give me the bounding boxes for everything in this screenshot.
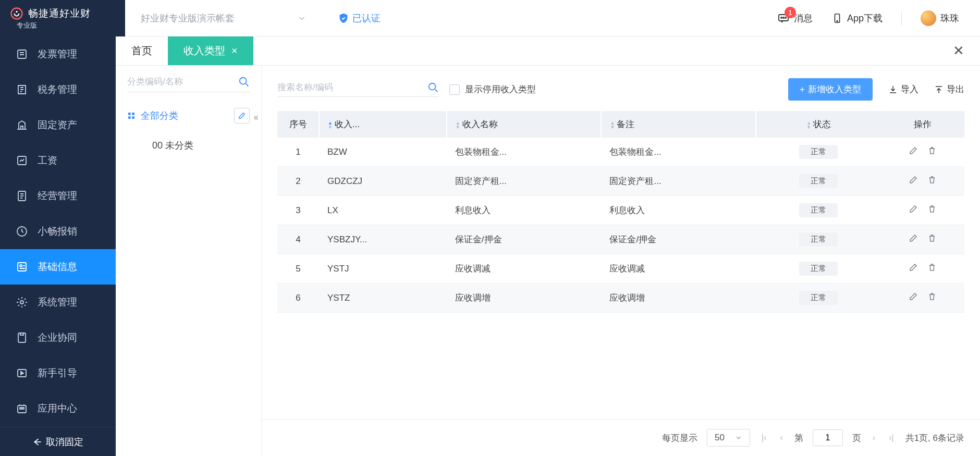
sidebar-item-5[interactable]: 小畅报销: [0, 214, 116, 249]
svg-point-25: [429, 83, 436, 90]
messages-label: 消息: [794, 12, 813, 24]
app-download-label: App下载: [847, 12, 883, 24]
sidebar-item-8[interactable]: 企业协同: [0, 320, 116, 355]
cell-remark: 利息收入: [601, 196, 756, 225]
edit-row-button[interactable]: [909, 233, 918, 243]
page-prefix: 第: [794, 432, 803, 444]
app-download-button[interactable]: App下载: [831, 12, 883, 24]
sidebar-item-0[interactable]: 发票管理: [0, 36, 116, 72]
cell-code: LX: [319, 196, 447, 225]
tab-home[interactable]: 首页: [116, 36, 168, 65]
col-remark[interactable]: ▲▼备注: [601, 111, 756, 138]
svg-point-0: [11, 8, 22, 19]
sidebar-item-label: 应用中心: [38, 402, 77, 415]
category-search[interactable]: [127, 76, 250, 92]
edit-row-button[interactable]: [909, 175, 918, 184]
sidebar: 发票管理税务管理固定资产工资经营管理小畅报销基础信息系统管理企业协同新手引导应用…: [0, 36, 116, 456]
col-code[interactable]: ▲▼收入...: [319, 111, 447, 138]
nav-icon: [16, 261, 28, 273]
last-page-button[interactable]: ›|: [887, 433, 896, 442]
brand-title: 畅捷通好业财: [28, 7, 91, 20]
cell-status: 正常: [756, 254, 881, 284]
add-label: 新增收入类型: [808, 83, 861, 95]
edit-row-button[interactable]: [909, 146, 918, 155]
col-status[interactable]: ▲▼状态: [756, 111, 881, 138]
verified-text: 已认证: [352, 12, 381, 24]
cell-remark: 保证金/押金: [601, 225, 756, 254]
table-search-input[interactable]: [277, 82, 427, 93]
cell-actions: [881, 196, 964, 225]
sidebar-item-4[interactable]: 经营管理: [0, 178, 116, 214]
edit-row-button[interactable]: [909, 292, 918, 301]
delete-row-button[interactable]: [927, 204, 937, 214]
first-page-button[interactable]: |‹: [760, 433, 768, 442]
prev-page-button[interactable]: ‹: [778, 433, 785, 442]
account-selector[interactable]: 好业财专业版演示帐套: [141, 12, 307, 24]
user-name: 珠珠: [940, 12, 959, 24]
svg-rect-8: [18, 50, 26, 58]
cell-code: YSTZ: [319, 284, 447, 313]
table-search[interactable]: [277, 82, 439, 97]
delete-row-button[interactable]: [927, 292, 937, 301]
export-button[interactable]: 导出: [934, 83, 964, 95]
edit-row-button[interactable]: [909, 204, 918, 214]
tab-income-type[interactable]: 收入类型 ×: [168, 36, 253, 65]
next-page-button[interactable]: ›: [871, 433, 877, 442]
cell-name: 应收调增: [447, 284, 602, 313]
cell-actions: [881, 284, 964, 313]
sidebar-item-6[interactable]: 基础信息: [0, 249, 116, 285]
category-search-input[interactable]: [127, 77, 238, 87]
svg-rect-24: [132, 116, 134, 119]
add-income-type-button[interactable]: + 新增收入类型: [788, 78, 873, 101]
page-input[interactable]: [813, 429, 843, 446]
per-page-label: 每页显示: [662, 432, 697, 444]
col-name[interactable]: ▲▼收入名称: [447, 111, 602, 138]
cell-status: 正常: [756, 167, 881, 196]
page-summary: 共1页, 6条记录: [905, 432, 964, 444]
cell-remark: 包装物租金...: [601, 138, 756, 167]
all-categories[interactable]: 全部分类: [127, 109, 178, 122]
search-icon[interactable]: [238, 76, 250, 88]
svg-point-7: [837, 20, 838, 21]
delete-row-button[interactable]: [927, 175, 937, 184]
cell-code: BZW: [319, 138, 447, 167]
page-suffix: 页: [852, 432, 861, 444]
collapse-panel-button[interactable]: [249, 107, 262, 128]
sidebar-item-label: 新手引导: [38, 366, 77, 380]
table-row: 4YSBZJY...保证金/押金保证金/押金正常: [277, 225, 964, 254]
svg-point-1: [16, 10, 18, 13]
sidebar-item-2[interactable]: 固定资产: [0, 107, 116, 143]
per-page-select[interactable]: 50: [707, 429, 750, 447]
search-icon[interactable]: [427, 82, 439, 93]
cell-name: 应收调减: [447, 254, 602, 284]
col-index[interactable]: 序号: [277, 111, 319, 138]
sidebar-item-7[interactable]: 系统管理: [0, 285, 116, 320]
unpin-button[interactable]: 取消固定: [0, 427, 116, 456]
sidebar-item-10[interactable]: 应用中心: [0, 391, 116, 426]
close-icon[interactable]: ×: [231, 45, 238, 57]
user-menu[interactable]: 珠珠: [921, 10, 959, 26]
sidebar-item-9[interactable]: 新手引导: [0, 355, 116, 391]
table-panel: 显示停用收入类型 + 新增收入类型 导入: [262, 66, 980, 456]
delete-row-button[interactable]: [927, 263, 937, 272]
messages-button[interactable]: 1 消息: [777, 12, 813, 24]
table-row: 6YSTZ应收调增应收调增正常: [277, 284, 964, 313]
cell-code: YSBZJY...: [319, 225, 447, 254]
show-disabled-checkbox[interactable]: 显示停用收入类型: [449, 83, 536, 95]
import-button[interactable]: 导入: [888, 83, 918, 95]
sidebar-item-1[interactable]: 税务管理: [0, 72, 116, 107]
edit-category-button[interactable]: [234, 108, 250, 124]
sidebar-item-label: 固定资产: [38, 118, 77, 132]
sidebar-item-3[interactable]: 工资: [0, 143, 116, 178]
nav-icon: [16, 296, 28, 309]
cell-index: 1: [277, 138, 319, 167]
delete-row-button[interactable]: [927, 146, 937, 155]
edit-row-button[interactable]: [909, 263, 918, 272]
svg-point-4: [783, 17, 784, 18]
delete-row-button[interactable]: [927, 233, 937, 243]
status-badge: 正常: [799, 232, 838, 247]
tab-active-label: 收入类型: [183, 44, 225, 58]
category-item[interactable]: 00 未分类: [116, 132, 261, 159]
chevron-down-icon: [735, 434, 742, 441]
close-all-tabs-icon[interactable]: ✕: [947, 43, 971, 59]
